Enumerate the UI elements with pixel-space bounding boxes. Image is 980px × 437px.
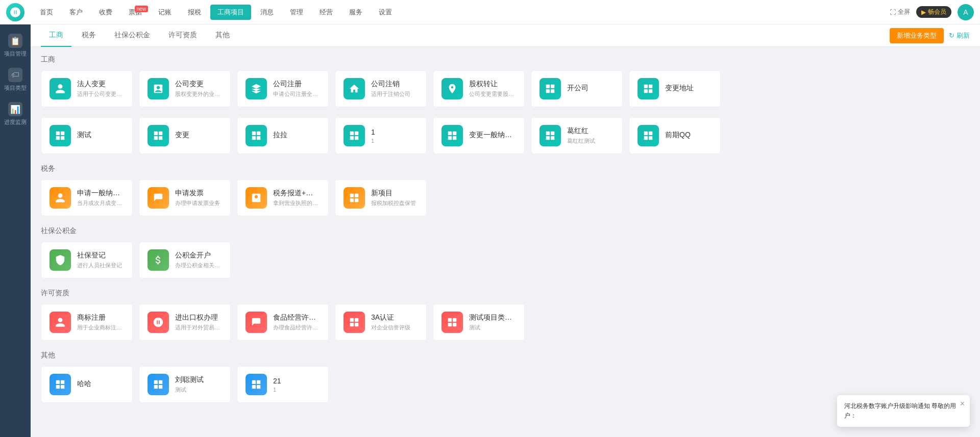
nav-fee[interactable]: 收费	[92, 5, 119, 20]
gongsi-biangeng-info: 公司变更 股权变更外的业务变更	[175, 80, 222, 98]
vip-btn[interactable]: ▶ 畅会员	[916, 6, 951, 18]
svg-rect-12	[61, 136, 64, 140]
svg-rect-6	[649, 85, 652, 88]
nav-tax[interactable]: 报税	[181, 5, 208, 20]
add-business-type-btn[interactable]: 新增业务类型	[890, 28, 944, 43]
card-shipin-xuke[interactable]: 食品经营许可证 办理食品经营许可证	[237, 304, 329, 341]
card-gongsi-biangeng[interactable]: 公司变更 股权变更外的业务变更	[139, 70, 231, 107]
sidebar-item-progress-monitor[interactable]: 📊 进度监测	[0, 97, 31, 131]
ceshi-icon	[50, 125, 71, 146]
refresh-icon: ↻	[949, 32, 954, 39]
svg-rect-41	[350, 318, 354, 322]
svg-rect-38	[355, 194, 358, 197]
card-gongjijin-kaihu[interactable]: 公积金开户 办理公积金相关业务	[139, 242, 231, 278]
svg-rect-19	[252, 136, 256, 140]
nav-bookkeeping[interactable]: 记账	[151, 5, 179, 20]
svg-rect-52	[61, 385, 64, 389]
card-ceshi-xiangmu[interactable]: 测试项目类型目定义 测试	[433, 304, 525, 341]
section-gongshang-title: 工商	[41, 55, 970, 64]
nav-business[interactable]: 经营	[312, 5, 340, 20]
svg-rect-1	[546, 85, 550, 88]
nav-ticket[interactable]: 票据 new	[121, 5, 149, 20]
svg-rect-34	[649, 132, 652, 135]
nav-manage[interactable]: 管理	[283, 5, 310, 20]
svg-rect-14	[159, 132, 162, 135]
shuiwu-cards: 申请一般纳税人 当月或次月成变更完成 申请发票 办理申请发票业务 税务报道+	[41, 179, 970, 216]
card-liucong-ceshi[interactable]: 刘聪测试 测试	[139, 366, 231, 403]
svg-rect-8	[649, 89, 652, 93]
svg-rect-28	[453, 136, 456, 140]
svg-rect-18	[257, 132, 260, 135]
fullscreen-icon: ⛶	[890, 9, 896, 16]
card-biangeng-납세[interactable]: 变更一般纳税人	[433, 117, 525, 154]
card-biangeng2[interactable]: 变更	[139, 117, 231, 154]
card-ceshi[interactable]: 测试	[41, 117, 133, 154]
notification-close-btn[interactable]: ×	[960, 399, 965, 408]
nav-settings[interactable]: 设置	[372, 5, 399, 20]
svg-rect-24	[355, 136, 358, 140]
nav-gongshang[interactable]: 工商项目	[210, 5, 251, 20]
svg-rect-32	[551, 136, 554, 140]
sidebar: 📋 项目管理 🏷 项目类型 📊 进度监测	[0, 24, 31, 437]
fullscreen-btn[interactable]: ⛶ 全屏	[890, 8, 910, 16]
haha-icon	[50, 374, 71, 395]
card-shenqing-fapiao[interactable]: 申请发票 办理申请发票业务	[139, 179, 231, 216]
card-guquan-zhuanrang[interactable]: 股权转让 公司变更需要股权转让	[433, 70, 525, 107]
svg-rect-47	[448, 323, 452, 326]
card-xin-xiangmu[interactable]: 新项目 报税加税控盘保管	[335, 179, 427, 216]
card-kai-gongsi[interactable]: 开公司	[531, 70, 623, 107]
card-shenqing-nashuiren[interactable]: 申请一般纳税人 当月或次月成变更完成	[41, 179, 133, 216]
card-gongsi-zhuce[interactable]: 公司注册 申请公司注册全流程	[237, 70, 329, 107]
guquan-icon	[442, 78, 463, 99]
xin-xiangmu-icon	[344, 187, 365, 209]
project-type-icon: 🏷	[8, 68, 22, 82]
card-biangeng-dizhi[interactable]: 变更地址	[629, 70, 721, 107]
notification-panel: × 河北税务数字账户升级影响通知 尊敬的用户：	[837, 395, 970, 427]
nav-message[interactable]: 消息	[253, 5, 281, 20]
nav-customer[interactable]: 客户	[62, 5, 90, 20]
card-shangbiao-zhuce[interactable]: 商标注册 用于企业商标注册服务	[41, 304, 133, 341]
card-3a-renzheng[interactable]: 3A认证 对企业信誉评级	[335, 304, 427, 341]
ceshi-xiangmu-icon	[442, 312, 463, 333]
tab-gongshang[interactable]: 工商	[41, 24, 71, 47]
project-manage-icon: 📋	[8, 34, 22, 48]
card-qianqi-qq[interactable]: 前期QQ	[629, 117, 721, 154]
svg-rect-26	[453, 132, 456, 135]
avatar[interactable]: A	[958, 4, 974, 20]
tab-shebao[interactable]: 社保公积金	[106, 24, 158, 47]
card-gongsi-zhuxiao[interactable]: 公司注销 适用于注销公司	[335, 70, 427, 107]
card-lala[interactable]: 拉拉	[237, 117, 329, 154]
card-21[interactable]: 21 1	[237, 366, 329, 403]
svg-rect-35	[644, 136, 648, 140]
refresh-btn[interactable]: ↻ 刷新	[949, 31, 970, 40]
svg-rect-29	[546, 132, 550, 135]
svg-rect-16	[159, 136, 162, 140]
biangeng-nashuiren-icon	[442, 125, 463, 146]
svg-rect-11	[56, 136, 60, 140]
gongsi-biangeng-icon	[148, 78, 169, 99]
sidebar-item-project-type[interactable]: 🏷 项目类型	[0, 63, 31, 97]
sidebar-item-project-manage[interactable]: 📋 项目管理	[0, 29, 31, 63]
tab-other[interactable]: 其他	[207, 24, 238, 47]
card-one[interactable]: 1 1	[335, 117, 427, 154]
card-jinchukou[interactable]: 进出口权办理 适用于对外贸易经营者	[139, 304, 231, 341]
nav-service[interactable]: 服务	[342, 5, 370, 20]
tab-shuiwu[interactable]: 税务	[74, 24, 104, 47]
card-shuiwu-baodao[interactable]: 税务报道+记账 拿到营业执照的新公司	[237, 179, 329, 216]
svg-rect-10	[61, 132, 64, 135]
content-area: 工商 法人变更 适用于公司变更法人 公司变更 股权变更外的业务变更	[31, 47, 980, 421]
nav-home[interactable]: 首页	[33, 5, 60, 20]
svg-rect-59	[252, 385, 256, 389]
card-shebao-dengji[interactable]: 社保登记 进行人员社保登记	[41, 242, 133, 278]
other-cards: 哈哈 刘聪测试 测试 21 1	[41, 366, 970, 403]
tab-xuke[interactable]: 许可资质	[160, 24, 205, 47]
svg-rect-23	[350, 136, 354, 140]
svg-rect-27	[448, 136, 452, 140]
card-gehonghong[interactable]: 葛红红 葛红红测试	[531, 117, 623, 154]
svg-rect-53	[154, 380, 158, 384]
jinchukou-icon	[148, 312, 169, 333]
svg-rect-55	[154, 385, 158, 389]
card-haha[interactable]: 哈哈	[41, 366, 133, 403]
logo[interactable]	[6, 3, 24, 21]
card-faren-biangeng[interactable]: 法人变更 适用于公司变更法人	[41, 70, 133, 107]
